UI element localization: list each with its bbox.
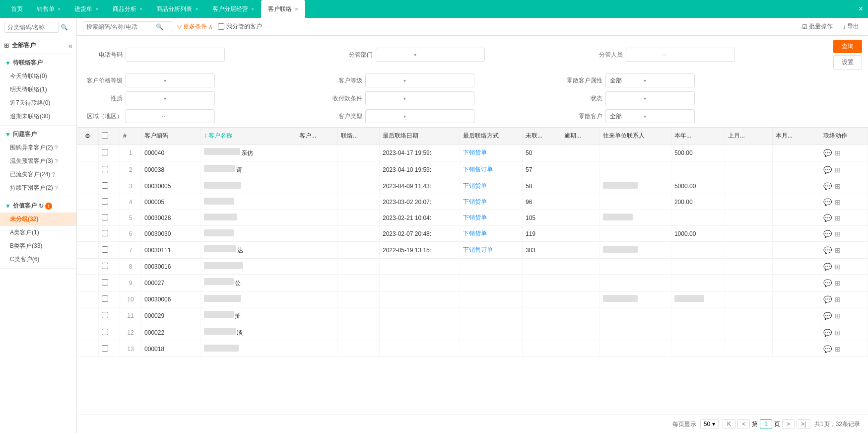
cell-check[interactable] (98, 194, 120, 210)
column-contact-person[interactable]: 往来单位联系人 (600, 128, 671, 144)
contact-method-link[interactable]: 下销货单 (463, 149, 487, 156)
column-this-year[interactable]: 本年... (671, 128, 725, 144)
sparse-customer-select[interactable]: 全部 ▾ (605, 109, 695, 123)
sidebar-search-input[interactable] (4, 22, 59, 33)
row-checkbox[interactable] (102, 345, 108, 352)
chat-icon[interactable]: 💬 (823, 279, 832, 287)
apps-icon[interactable]: ⊞ (835, 214, 841, 222)
chat-icon[interactable]: 💬 (823, 329, 832, 337)
row-checkbox[interactable] (102, 246, 108, 253)
column-last-month[interactable]: 上月... (725, 128, 772, 144)
collapse-icon[interactable]: « (68, 42, 72, 50)
apps-icon[interactable]: ⊞ (835, 329, 841, 337)
refresh-icon[interactable]: ↻ (39, 203, 44, 210)
cell-check[interactable] (98, 341, 120, 357)
cell-check[interactable] (98, 275, 120, 291)
column-not-contacted[interactable]: 未联... (522, 128, 561, 144)
region-ellipsis-icon[interactable]: ··· (162, 113, 167, 120)
column-type[interactable]: 客户... (296, 128, 338, 144)
tab-customer-contact[interactable]: 客户联络 × (261, 0, 305, 18)
contact-method-link[interactable]: 下销货单 (463, 214, 487, 221)
reset-button[interactable]: 设置 (833, 55, 862, 70)
export-btn[interactable]: ↓ 导出 (840, 21, 862, 32)
chat-icon[interactable]: 💬 (823, 295, 832, 303)
region-select[interactable]: ··· (126, 109, 215, 123)
first-page-btn[interactable]: K (723, 419, 735, 429)
last-page-btn[interactable]: >| (797, 419, 810, 429)
chat-icon[interactable]: 💬 (823, 246, 832, 254)
my-customer-input[interactable] (218, 23, 224, 30)
pending-contact-title[interactable]: ▼ 待联络客户 (0, 56, 76, 70)
column-overdue[interactable]: 逾期... (561, 128, 600, 144)
row-checkbox[interactable] (102, 182, 108, 189)
close-product-analysis-icon[interactable]: × (139, 6, 142, 12)
column-action[interactable]: 联络动作 (820, 128, 868, 144)
close-sales-icon[interactable]: × (58, 6, 61, 12)
cell-check[interactable] (98, 178, 120, 194)
chat-icon[interactable]: 💬 (823, 230, 832, 238)
next-page-btn[interactable]: > (782, 419, 795, 429)
row-checkbox[interactable] (102, 198, 108, 205)
row-checkbox[interactable] (102, 279, 108, 286)
apps-icon[interactable]: ⊞ (835, 198, 841, 206)
chat-icon[interactable]: 💬 (823, 149, 832, 157)
column-contact[interactable]: 联络... (338, 128, 380, 144)
phone-input[interactable] (126, 48, 225, 62)
close-purchase-icon[interactable]: × (95, 6, 98, 12)
column-name[interactable]: ↕ 客户名称 (201, 128, 296, 144)
problem-customer-title[interactable]: ▼ 问题客户 (0, 128, 76, 141)
cell-check[interactable] (98, 242, 120, 259)
sidebar-item-today[interactable]: 今天待联络(0) (0, 70, 76, 83)
row-checkbox[interactable] (102, 149, 108, 155)
row-checkbox[interactable] (102, 214, 108, 220)
value-customer-title[interactable]: ▼ 价值客户 ↻ ! (0, 199, 76, 213)
sidebar-item-class-c[interactable]: C类客户(6) (0, 253, 76, 266)
customer-level-select[interactable]: ▾ (365, 73, 474, 87)
close-product-analysis-list-icon[interactable]: × (195, 6, 198, 12)
chat-icon[interactable]: 💬 (823, 182, 832, 190)
my-customer-checkbox[interactable]: 我分管的客户 (218, 22, 262, 31)
column-last-contact-method[interactable]: 最后联络方式 (460, 128, 522, 144)
apps-icon[interactable]: ⊞ (835, 230, 841, 238)
sidebar-item-class-b[interactable]: B类客户(33) (0, 239, 76, 253)
column-gear[interactable]: ⚙ (77, 128, 98, 144)
column-check[interactable] (98, 128, 120, 144)
page-size-select[interactable]: 50 ▾ (700, 419, 719, 429)
filter-search-input[interactable] (86, 23, 156, 30)
sidebar-item-class-a[interactable]: A类客户(1) (0, 226, 76, 239)
cell-check[interactable] (98, 144, 120, 161)
contact-method-link[interactable]: 下销货单 (463, 230, 487, 237)
apps-icon[interactable]: ⊞ (835, 279, 841, 287)
apps-icon[interactable]: ⊞ (835, 166, 841, 174)
tab-customer-tier[interactable]: 客户分层经营 × (205, 0, 261, 18)
apps-icon[interactable]: ⊞ (835, 295, 841, 303)
sparse-attr-select[interactable]: 全部 ▾ (605, 73, 695, 87)
contact-method-link[interactable]: 下销货单 (463, 182, 487, 189)
dept-select[interactable]: ▾ (376, 48, 485, 62)
apps-icon[interactable]: ⊞ (835, 246, 841, 254)
row-checkbox[interactable] (102, 166, 108, 172)
cell-check[interactable] (98, 226, 120, 242)
chat-icon[interactable]: 💬 (823, 166, 832, 174)
tab-product-analysis[interactable]: 商品分析 × (106, 0, 149, 18)
sidebar-item-unclassified[interactable]: 未分组(32) (0, 213, 76, 226)
column-code[interactable]: 客户编码 (141, 128, 201, 144)
cell-check[interactable] (98, 291, 120, 307)
row-checkbox[interactable] (102, 230, 108, 236)
nature-select[interactable]: ▾ (126, 91, 215, 105)
close-customer-contact-icon[interactable]: × (295, 6, 298, 12)
sidebar-item-tomorrow[interactable]: 明天待联络(1) (0, 83, 76, 96)
sidebar-item-abnormal[interactable]: 囤购异常客户(2) ? (0, 141, 76, 154)
more-conditions-btn[interactable]: ▽ 更多条件 ∧ (177, 22, 213, 31)
query-button[interactable]: 查询 (833, 40, 862, 53)
cell-check[interactable] (98, 259, 120, 275)
column-this-month[interactable]: 本月... (772, 128, 820, 144)
apps-icon[interactable]: ⊞ (835, 345, 841, 353)
apps-icon[interactable]: ⊞ (835, 312, 841, 320)
all-customers-header[interactable]: ⊞ 全部客户 « (0, 37, 76, 54)
sidebar-item-overdue[interactable]: 逾期未联络(30) (0, 110, 76, 123)
sidebar-search-icon[interactable]: 🔍 (61, 24, 68, 31)
contact-method-link[interactable]: 下销售订单 (463, 246, 493, 253)
row-checkbox[interactable] (102, 295, 108, 302)
person-select[interactable]: ··· (626, 48, 735, 62)
